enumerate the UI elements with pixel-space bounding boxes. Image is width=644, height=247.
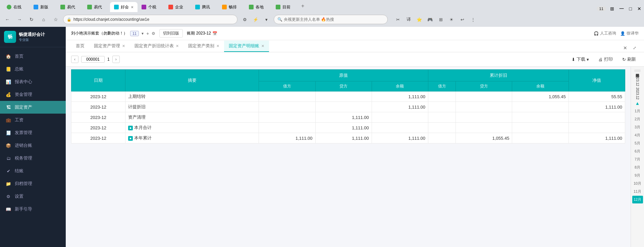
sidebar-item-ledger[interactable]: 📒 总账 xyxy=(0,63,66,75)
sidebar-item-report[interactable]: 📊 报表中心 xyxy=(0,75,66,88)
help-button[interactable]: 🎧 人工咨询 xyxy=(594,30,616,36)
tab-close-haokuai[interactable]: ✕ xyxy=(131,5,133,9)
td-zzjz-df-2 xyxy=(456,112,512,123)
browser-layout-icon[interactable]: ⊞ xyxy=(607,6,617,11)
browser-tab-yidai1[interactable]: 易代 xyxy=(56,2,83,12)
month-item-6[interactable]: 6月 xyxy=(632,147,643,155)
month-item-9[interactable]: 9月 xyxy=(632,172,643,179)
sidebar-item-tax[interactable]: 🗂 税务管理 xyxy=(0,152,66,165)
tab-label-gedi: 各地 xyxy=(256,4,264,10)
scroll-up-button[interactable]: ▲ xyxy=(633,100,642,106)
close-panel-button[interactable]: ✕ xyxy=(621,44,629,52)
sidebar-item-archive[interactable]: 📁 归档管理 xyxy=(0,177,66,190)
browser-tab-yidai2[interactable]: 易代 xyxy=(83,2,110,12)
prev-record-button[interactable]: ‹ xyxy=(71,56,78,63)
dropdown-icon[interactable]: ▾ xyxy=(262,15,271,24)
browser-tab-haokuai[interactable]: 好会 ✕ xyxy=(110,2,138,12)
table-row: 2023-12 ■本月合计 1,111.00 xyxy=(71,123,625,133)
period-select-label[interactable]: 期间选择 xyxy=(634,69,641,72)
browser-tab-muqian[interactable]: 目前 xyxy=(272,2,299,12)
sidebar-label-wage: 工资 xyxy=(15,117,23,123)
month-item-7[interactable]: 7月 xyxy=(632,156,643,163)
tab-label-online: 在线 xyxy=(13,4,21,10)
sidebar-item-settings[interactable]: ⚙ 设置 xyxy=(0,190,66,203)
page-tab-fixed-mgmt-close[interactable]: ✕ xyxy=(122,44,125,48)
translate-icon[interactable]: 译 xyxy=(404,15,413,24)
page-tab-fixed-category-label: 固定资产类别 xyxy=(188,43,214,49)
maximize-button[interactable]: □ xyxy=(627,6,635,11)
record-input[interactable] xyxy=(81,56,105,63)
next-record-button[interactable]: › xyxy=(112,56,120,63)
month-item-10[interactable]: 10月 xyxy=(632,180,643,187)
page-tab-depreciation-stats-close[interactable]: ✕ xyxy=(176,44,179,48)
page-tab-fixed-category-close[interactable]: ✕ xyxy=(216,44,219,48)
browser-tab-new[interactable]: 新版 xyxy=(30,2,56,12)
lock-icon: 🔒 xyxy=(67,17,71,22)
sidebar-item-closing[interactable]: ✔ 结账 xyxy=(0,165,66,177)
month-item-1[interactable]: 1月 xyxy=(632,107,643,115)
reload-button[interactable]: ↻ xyxy=(27,15,36,24)
tab-label-tengxun: 腾讯 xyxy=(202,4,210,10)
undo-icon[interactable]: ↩ xyxy=(458,15,467,24)
close-button[interactable]: ✕ xyxy=(635,6,644,11)
brightness-icon[interactable]: ☀ xyxy=(447,15,456,24)
dropdown-arrow-icon[interactable]: ▾ xyxy=(142,31,144,36)
tab-label-yidai1: 易代 xyxy=(67,4,75,10)
month-item-3[interactable]: 3月 xyxy=(632,123,643,131)
star-icon[interactable]: ⭐ xyxy=(415,15,424,24)
browser-tab-online[interactable]: 在线 xyxy=(3,2,30,12)
account-badge[interactable]: 11 xyxy=(130,31,139,36)
page-tab-depreciation-stats[interactable]: 固定资产折旧统计表 ✕ xyxy=(130,41,183,52)
sidebar-item-stock[interactable]: 📦 进销台账 xyxy=(0,139,66,152)
sidebar-item-wage[interactable]: 💼 工资 xyxy=(0,114,66,126)
browser-tab-changpai[interactable]: 畅排 xyxy=(218,2,245,12)
month-item-5[interactable]: 5月 xyxy=(632,139,643,147)
sidebar-item-home[interactable]: 🏠 首页 xyxy=(0,50,66,63)
sidebar-item-fund[interactable]: 💰 资金管理 xyxy=(0,88,66,101)
month-item-11[interactable]: 11月 xyxy=(632,188,643,195)
forward-button[interactable]: → xyxy=(15,15,24,24)
refresh-button[interactable]: ↻ 刷新 xyxy=(620,55,639,64)
grid-icon[interactable]: ⊞ xyxy=(436,15,445,24)
bookmark-button[interactable]: ☆ xyxy=(51,15,60,24)
td-zzjz-df-1 xyxy=(456,102,512,112)
gamepad-icon[interactable]: 🎮 xyxy=(425,15,435,24)
browser-tab-geshui[interactable]: 个税 xyxy=(138,2,164,12)
new-tab-button[interactable]: + xyxy=(299,3,307,9)
td-jingzhi-3 xyxy=(569,123,625,133)
download-button[interactable]: ⬇ 下载 ▾ xyxy=(569,55,592,64)
address-input[interactable]: 🔒 https://cloud.chanjet.com/accounting/u… xyxy=(63,15,237,24)
search-input[interactable]: 🔍 央视更新主持人名单 🔥热搜 xyxy=(274,15,388,24)
back-button[interactable]: ← xyxy=(3,15,12,24)
td-yuanzhi-jf-4: 1,111.00 xyxy=(259,133,315,143)
browser-tab-gedi[interactable]: 各地 xyxy=(245,2,272,12)
add-account-icon[interactable]: + xyxy=(146,31,149,36)
expand-button[interactable]: ⤢ xyxy=(631,44,639,52)
sidebar-item-fixed[interactable]: 🏗 固定资产 xyxy=(0,101,66,114)
month-item-12[interactable]: 12月 xyxy=(632,196,643,203)
minimize-button[interactable]: ─ xyxy=(617,5,627,12)
more-icon[interactable]: ⋮ xyxy=(468,15,478,24)
user-button[interactable]: 👤 徐译华 xyxy=(620,30,639,36)
month-item-8[interactable]: 8月 xyxy=(632,164,643,171)
browser-tab-qiye[interactable]: 企业 xyxy=(164,2,191,12)
month-item-2[interactable]: 2月 xyxy=(632,115,643,123)
extensions-icon[interactable]: ⚙ xyxy=(240,15,250,24)
lightning-icon[interactable]: ⚡ xyxy=(251,15,260,24)
page-tab-fixed-mgmt[interactable]: 固定资产管理 ✕ xyxy=(89,41,130,52)
page-tab-fixed-category[interactable]: 固定资产类别 ✕ xyxy=(183,41,224,52)
page-tab-fixed-detail-close[interactable]: ✕ xyxy=(261,44,264,48)
sidebar-item-invoice[interactable]: 🧾 发票管理 xyxy=(0,126,66,139)
download-label: 下载 xyxy=(577,56,585,62)
scissors-icon[interactable]: ✂ xyxy=(393,15,402,24)
switch-version-button[interactable]: 切到旧版 xyxy=(159,29,183,38)
settings-small-icon[interactable]: ⚙ xyxy=(152,31,155,36)
page-tab-fixed-detail[interactable]: 固定资产明细账 ✕ xyxy=(224,41,269,52)
sidebar-item-guide[interactable]: 📖 新手引导 xyxy=(0,203,66,215)
browser-tab-tengxun[interactable]: 腾讯 xyxy=(191,2,218,12)
page-tab-home[interactable]: 首页 xyxy=(71,41,89,52)
month-item-4[interactable]: 4月 xyxy=(632,131,643,139)
home-nav-button[interactable]: ⌂ xyxy=(39,15,48,24)
print-button[interactable]: 🖨 打印 xyxy=(596,55,615,64)
calendar-icon[interactable]: 📅 xyxy=(212,31,217,36)
